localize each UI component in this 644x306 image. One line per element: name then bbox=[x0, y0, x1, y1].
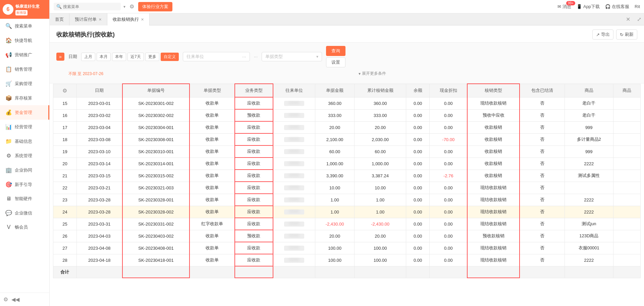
voucher-no-link[interactable]: SK-20230310-001 bbox=[138, 149, 174, 154]
voucher-no-link[interactable]: SK-20230308-001 bbox=[138, 137, 174, 142]
th-voucher-type: 单据类型 bbox=[190, 84, 235, 97]
tab-payable[interactable]: 预计应付单✕ bbox=[69, 13, 107, 25]
cell-discount: 0.00 bbox=[430, 109, 468, 121]
cell-voucher-no[interactable]: SK-20230310-001 bbox=[122, 145, 190, 158]
date-btn-custom[interactable]: 自定义 bbox=[161, 53, 179, 61]
sidebar-item-inventory[interactable]: 📦库存核算 bbox=[0, 91, 49, 105]
cell-voucher-no[interactable]: SK-20230315-002 bbox=[122, 170, 190, 182]
cell-voucher-no[interactable]: SK-20230304-001 bbox=[122, 121, 190, 133]
table-body: 152023-03-01SK-20230301-002收款单应收款******3… bbox=[53, 97, 641, 278]
filter-settings-btn[interactable]: 设置 bbox=[326, 57, 345, 67]
voucher-type-filter[interactable]: 单据类型 ▾ bbox=[262, 52, 322, 61]
cell-date: 2023-03-21 bbox=[76, 182, 122, 194]
message-btn[interactable]: ✉ 消息 99+ bbox=[557, 4, 571, 10]
cell-date: 2023-03-14 bbox=[76, 158, 122, 170]
sidebar-item-label-member: 畅会员 bbox=[15, 224, 28, 230]
tab-home[interactable]: 首页 bbox=[50, 13, 69, 25]
voucher-no-link[interactable]: SK-20230328-002 bbox=[138, 209, 174, 215]
sidebar-item-purchase[interactable]: 🛒采购管理 bbox=[0, 76, 49, 91]
cell-date: 2023-03-01 bbox=[76, 97, 122, 109]
user-menu[interactable]: Rit bbox=[635, 4, 640, 9]
column-settings-icon[interactable]: ⚙ bbox=[62, 88, 67, 94]
sidebar-item-basic[interactable]: 📁基础信息 bbox=[0, 134, 49, 148]
app-download-btn[interactable]: 📱 App下载 bbox=[577, 4, 600, 10]
cell-voucher-no[interactable]: SK-20230418-001 bbox=[122, 254, 190, 266]
cell-goods2 bbox=[613, 170, 640, 182]
tab-close-payable[interactable]: ✕ bbox=[99, 17, 102, 22]
sidebar-item-enterprise[interactable]: 🏢企业协同 bbox=[0, 163, 49, 177]
search-input[interactable] bbox=[63, 4, 103, 9]
refresh-btn[interactable]: ↻ 刷新 bbox=[616, 29, 637, 40]
voucher-no-link[interactable]: SK-20230314-001 bbox=[138, 161, 174, 166]
counterparty-filter[interactable]: 往来单位 ··· bbox=[183, 52, 250, 61]
expand-tabs-icon[interactable]: ⤢ bbox=[634, 16, 644, 22]
voucher-no-link[interactable]: SK-20230301-002 bbox=[138, 101, 174, 106]
cell-voucher-type: 收款单 bbox=[190, 242, 235, 254]
voucher-no-link[interactable]: SK-20230304-001 bbox=[138, 125, 174, 130]
sidebar-item-capital[interactable]: 💰资金管理 bbox=[0, 105, 49, 120]
cell-voucher-no[interactable]: SK-20230403-002 bbox=[122, 230, 190, 242]
voucher-no-link[interactable]: SK-20230331-002 bbox=[138, 222, 174, 227]
date-filter-label: 日期 bbox=[68, 54, 77, 60]
sidebar-item-wechat[interactable]: 💬企业微信 bbox=[0, 206, 49, 220]
sidebar-item-operation[interactable]: 📊经营管理 bbox=[0, 120, 49, 134]
cell-date: 2023-04-18 bbox=[76, 254, 122, 266]
topbar-gear-icon[interactable]: ⚙ bbox=[128, 2, 136, 11]
sidebar-item-quicknav[interactable]: 🏠快捷导航 bbox=[0, 33, 49, 48]
voucher-no-link[interactable]: SK-20230418-001 bbox=[138, 258, 174, 263]
sidebar-item-sales[interactable]: 📋销售管理 bbox=[0, 62, 49, 76]
industry-btn[interactable]: 体验行业方案 bbox=[138, 2, 172, 11]
voucher-no-link[interactable]: SK-20230403-002 bbox=[138, 234, 174, 239]
date-btn-更多[interactable]: 更多 bbox=[145, 53, 159, 61]
sidebar-item-guide[interactable]: 🎯新手引导 bbox=[0, 177, 49, 192]
collapse-icon[interactable]: ◀◀ bbox=[11, 296, 19, 303]
date-btn-近7天[interactable]: 近7天 bbox=[127, 53, 144, 61]
sidebar-item-label-sales: 销售管理 bbox=[15, 66, 32, 72]
cell-voucher-no[interactable]: SK-20230331-002 bbox=[122, 218, 190, 230]
table-row: 192023-03-10SK-20230310-001收款单应收款******6… bbox=[53, 145, 641, 158]
cell-voucher-no[interactable]: SK-20230302-002 bbox=[122, 109, 190, 121]
table-header: ⚙ 日期 单据编号 单据类型 业务类型 往来单位 单据金额 累计核销金额 余额 … bbox=[53, 84, 641, 97]
query-btn[interactable]: 查询 bbox=[326, 46, 345, 56]
sidebar-item-marketing[interactable]: 📢营销推广 bbox=[0, 48, 49, 62]
cell-discount: 0.00 bbox=[430, 254, 468, 266]
dropdown-chevron-icon[interactable]: ▾ bbox=[123, 4, 125, 9]
cell-voucher-no[interactable]: SK-20230301-002 bbox=[122, 97, 190, 109]
table-row: 202023-03-14SK-20230314-001收款单应收款******1… bbox=[53, 158, 641, 170]
cell-voucher-no[interactable]: SK-20230314-001 bbox=[122, 158, 190, 170]
voucher-no-link[interactable]: SK-20230328-001 bbox=[138, 197, 174, 202]
date-btn-本月[interactable]: 本月 bbox=[97, 53, 111, 61]
sidebar-item-search[interactable]: 🔍搜索菜单 bbox=[0, 19, 49, 33]
cell-voucher-no[interactable]: SK-20230308-001 bbox=[122, 133, 190, 145]
voucher-no-link[interactable]: SK-20230408-001 bbox=[138, 246, 174, 251]
filter-toggle-btn[interactable]: » bbox=[56, 53, 64, 61]
th-date: 日期 bbox=[76, 84, 122, 97]
sidebar-item-system[interactable]: ⚙系统管理 bbox=[0, 148, 49, 163]
cell-voucher-no[interactable]: SK-20230408-001 bbox=[122, 242, 190, 254]
cell-voucher-no[interactable]: SK-20230328-001 bbox=[122, 194, 190, 206]
settings-icon[interactable]: ⚙ bbox=[3, 296, 8, 303]
cell-amount: 1.00 bbox=[315, 206, 355, 218]
sidebar-item-member[interactable]: V畅会员 bbox=[0, 220, 49, 234]
tab-receipt-verify[interactable]: 收款核销执行✕ bbox=[107, 13, 150, 25]
expand-more-container: ▾ 展开更多条件 bbox=[107, 70, 637, 77]
sidebar-item-hardware[interactable]: 🖥智能硬件 bbox=[0, 192, 49, 206]
voucher-no-link[interactable]: SK-20230315-002 bbox=[138, 173, 174, 178]
counterparty-dots-icon[interactable]: ··· bbox=[242, 54, 246, 59]
export-btn[interactable]: ↗ 导出 bbox=[592, 29, 613, 40]
sidebar-item-label-enterprise: 企业协同 bbox=[15, 167, 32, 173]
date-btn-上月[interactable]: 上月 bbox=[81, 53, 95, 61]
cell-balance bbox=[406, 266, 430, 278]
date-btn-本年[interactable]: 本年 bbox=[112, 53, 126, 61]
cell-date: 2023-03-10 bbox=[76, 145, 122, 158]
voucher-no-link[interactable]: SK-20230302-002 bbox=[138, 113, 174, 118]
voucher-no-link[interactable]: SK-20230321-003 bbox=[138, 185, 174, 190]
close-all-tabs-icon[interactable]: ✕ bbox=[622, 16, 634, 22]
online-service-btn[interactable]: 🎧 在线客服 bbox=[605, 4, 629, 10]
expand-more-btn[interactable]: ▾ 展开更多条件 bbox=[359, 70, 386, 77]
tab-close-receipt-verify[interactable]: ✕ bbox=[141, 17, 144, 22]
sidebar-item-label-wechat: 企业微信 bbox=[15, 210, 32, 216]
cell-voucher-no[interactable]: SK-20230328-002 bbox=[122, 206, 190, 218]
cell-voucher-no[interactable]: SK-20230321-003 bbox=[122, 182, 190, 194]
cell-date: 2023-04-08 bbox=[76, 242, 122, 254]
